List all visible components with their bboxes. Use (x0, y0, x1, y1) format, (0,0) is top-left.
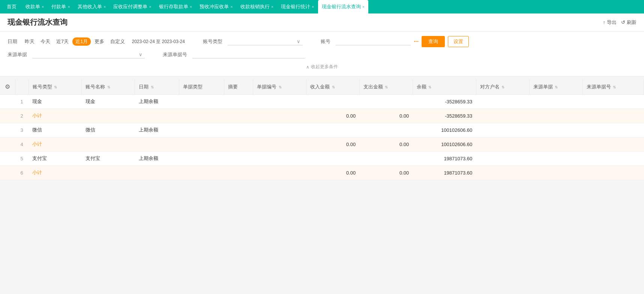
chevron-down-icon-2: ∨ (139, 52, 143, 57)
nav-tab[interactable]: 收款核销执行× (237, 0, 277, 13)
row-account-type: 微信 (29, 123, 82, 137)
close-icon[interactable]: × (104, 4, 106, 9)
nav-tab[interactable]: 应收应付调整单× (110, 0, 155, 13)
account-input[interactable] (336, 38, 411, 45)
nav-tab[interactable]: 银行存取款单× (155, 0, 196, 13)
close-icon[interactable]: × (312, 4, 314, 9)
date-opt-yesterday[interactable]: 昨天 (23, 37, 37, 46)
filter-row-2: 来源单据 ∨ 来源单据号 (8, 51, 636, 58)
nav-tab[interactable]: 现金银行流水查询× (318, 0, 368, 13)
source-doc-column-header[interactable]: 来源单据 ⇅ (529, 79, 582, 94)
close-icon[interactable]: × (42, 4, 44, 9)
close-icon[interactable]: × (149, 4, 151, 9)
row-date: 上期余额 (135, 94, 179, 109)
nav-tab-label: 应收应付调整单 (113, 3, 147, 10)
refresh-icon: ↺ (621, 19, 625, 25)
row-counterparty (476, 109, 529, 123)
nav-tab[interactable]: 付款单× (48, 0, 74, 13)
close-icon[interactable]: × (271, 4, 273, 9)
row-doc-type (179, 166, 224, 180)
row-gear (0, 94, 15, 109)
table-row: 1 现金 现金 上期余额 -3528659.33 (0, 94, 644, 109)
doc-type-column-header[interactable]: 单据类型 (179, 79, 224, 94)
query-button[interactable]: 查询 (422, 36, 445, 47)
close-icon[interactable]: × (230, 4, 233, 9)
row-summary (224, 166, 253, 180)
row-account-type: 小计 (29, 137, 82, 151)
account-name-column-header[interactable]: 账号名称 ⇅ (82, 79, 135, 94)
row-gear (0, 109, 15, 123)
account-type-column-header[interactable]: 账号类型 ⇅ (29, 79, 82, 94)
no-column-header (15, 79, 29, 94)
dots-button[interactable]: ··· (414, 38, 419, 45)
collapse-bar[interactable]: ∧ 收起更多条件 (8, 62, 636, 72)
row-no: 5 (15, 151, 29, 166)
nav-tab[interactable]: 收款单× (22, 0, 48, 13)
row-account-name (82, 109, 135, 123)
setting-button[interactable]: 设置 (448, 36, 469, 47)
row-date: 上期余额 (135, 151, 179, 166)
nav-tab-label: 预收冲应收单 (200, 3, 229, 10)
date-opt-today[interactable]: 今天 (38, 37, 53, 46)
account-type-select[interactable]: ∨ (228, 38, 303, 45)
row-doc-no (253, 166, 306, 180)
header-actions: ↑ 导出 ↺ 刷新 (603, 19, 637, 26)
doc-no-column-header[interactable]: 单据编号 ⇅ (253, 79, 306, 94)
row-counterparty (476, 94, 529, 109)
nav-tab-label: 收款核销执行 (240, 3, 270, 10)
row-balance: -3528659.33 (413, 94, 476, 109)
balance-column-header[interactable]: 余额 ⇅ (413, 79, 476, 94)
nav-tab[interactable]: 预收冲应收单× (196, 0, 236, 13)
row-no: 4 (15, 137, 29, 151)
table-row: 6 小计 0.00 0.00 19871073.60 (0, 166, 644, 180)
nav-home[interactable]: 首页 (2, 3, 22, 10)
account-label: 账号 (321, 38, 330, 45)
nav-tab[interactable]: 现金银行统计× (277, 0, 318, 13)
date-range: 2023-02-24 至 2023-03-24 (132, 39, 185, 45)
close-icon[interactable]: × (68, 4, 70, 9)
date-opt-1month[interactable]: 近1月 (72, 37, 91, 46)
row-income (306, 151, 359, 166)
date-opt-7days[interactable]: 近7天 (54, 37, 71, 46)
expense-column-header[interactable]: 支出金额 ⇅ (359, 79, 413, 94)
date-opt-more[interactable]: 更多 (92, 37, 107, 46)
gear-icon[interactable]: ⚙ (5, 84, 10, 90)
nav-tab[interactable]: 其他收入单× (74, 0, 110, 13)
row-income: 0.00 (306, 109, 359, 123)
export-button[interactable]: ↑ 导出 (603, 19, 617, 26)
source-doc-select[interactable]: ∨ (32, 51, 145, 58)
account-filter-group: 账号 ··· (321, 38, 419, 45)
row-source-doc-no (582, 166, 644, 180)
summary-column-header[interactable]: 摘要 (224, 79, 253, 94)
table-header-row: ⚙ 账号类型 ⇅ 账号名称 ⇅ 日期 ⇅ 单据类型 摘要 单据编号 ⇅ 收入金额… (0, 79, 644, 94)
row-summary (224, 151, 253, 166)
row-balance: 19871073.60 (413, 166, 476, 180)
row-account-name (82, 137, 135, 151)
row-expense (359, 94, 413, 109)
row-account-type: 支付宝 (29, 151, 82, 166)
page-title: 现金银行流水查询 (8, 17, 68, 27)
close-icon[interactable]: × (190, 4, 192, 9)
row-date (135, 137, 179, 151)
date-column-header[interactable]: 日期 ⇅ (135, 79, 179, 94)
row-summary (224, 109, 253, 123)
row-expense (359, 123, 413, 137)
source-doc-no-column-header[interactable]: 来源单据号 ⇅ (582, 79, 644, 94)
table-area: ⚙ 账号类型 ⇅ 账号名称 ⇅ 日期 ⇅ 单据类型 摘要 单据编号 ⇅ 收入金额… (0, 79, 644, 180)
row-doc-type (179, 109, 224, 123)
row-date (135, 166, 179, 180)
date-opt-custom[interactable]: 自定义 (108, 37, 127, 46)
counterparty-column-header[interactable]: 对方户名 ⇅ (476, 79, 529, 94)
row-counterparty (476, 166, 529, 180)
export-icon: ↑ (603, 19, 606, 25)
row-doc-type (179, 94, 224, 109)
row-source-doc (529, 109, 582, 123)
refresh-button[interactable]: ↺ 刷新 (621, 19, 636, 26)
row-gear (0, 137, 15, 151)
row-source-doc-no (582, 94, 644, 109)
income-column-header[interactable]: 收入金额 ⇅ (306, 79, 359, 94)
table-row: 4 小计 0.00 0.00 100102606.60 (0, 137, 644, 151)
source-doc-no-input[interactable] (192, 51, 305, 58)
close-icon[interactable]: × (362, 4, 365, 9)
row-balance: 19871073.60 (413, 151, 476, 166)
